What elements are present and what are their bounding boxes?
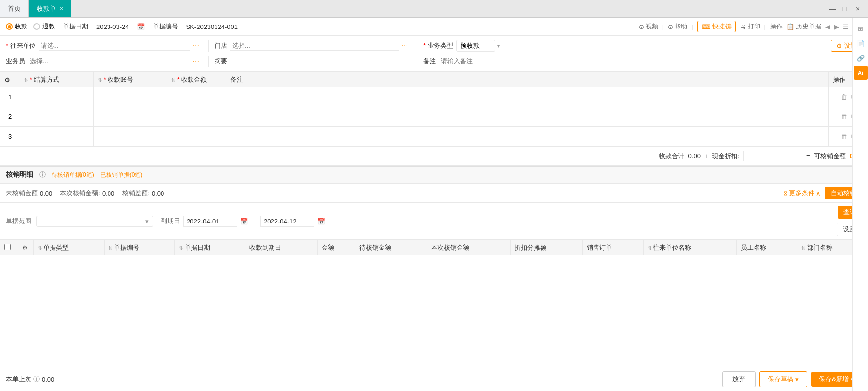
tab-active[interactable]: 收款单 ×	[29, 0, 71, 17]
abandon-button[interactable]: 放弃	[722, 371, 756, 387]
sidebar-table-icon[interactable]: ⊞	[854, 22, 868, 35]
sidebar-ai-icon[interactable]: Ai	[854, 66, 868, 80]
row-remark-1[interactable]	[226, 87, 829, 107]
plus-sign: +	[705, 152, 708, 160]
more-conditions-btn[interactable]: ⧖ 更多条件 ∧	[783, 189, 821, 197]
footer-info-icon[interactable]: ⓘ	[33, 375, 40, 384]
th-current-verify: 本次核销金额	[427, 240, 511, 255]
diff-amount-item: 核销差额: 0.00	[122, 189, 164, 197]
sidebar-doc-icon[interactable]: 📄	[854, 36, 868, 50]
calendar-icon[interactable]: 📅	[137, 23, 145, 30]
table-header-row: ⚙ ⇅ * 结算方式 ⇅ * 收款账号 ⇅ * 收款	[0, 72, 868, 87]
tab-home-label: 首页	[8, 4, 21, 13]
summary-label: 摘要	[215, 57, 230, 66]
row-amount-2[interactable]	[167, 107, 226, 127]
save-draft-chevron-icon: ▾	[795, 376, 799, 383]
th-settings2[interactable]: ⚙	[18, 240, 34, 255]
separator2	[417, 40, 417, 52]
store-input[interactable]	[230, 41, 399, 51]
divider2: |	[691, 23, 693, 30]
th-pending: 待核销金额	[355, 240, 427, 255]
next-nav-icon[interactable]: ▶	[834, 23, 839, 30]
form-area: * 往来单位 ··· 门店 ··· * 业务类型 预收款	[0, 36, 868, 72]
counterparty-input[interactable]	[39, 41, 190, 51]
maximize-button[interactable]: □	[841, 4, 849, 13]
row-settlement-2[interactable]	[20, 107, 94, 127]
chevron-down-icon[interactable]: ▾	[497, 43, 500, 49]
th-remark: 备注	[226, 72, 829, 87]
operate-button[interactable]: 操作	[770, 22, 783, 31]
summary-input[interactable]	[230, 56, 411, 66]
table-settings-th[interactable]: ⚙	[0, 72, 20, 87]
tab-close-icon[interactable]: ×	[60, 5, 63, 12]
table-row: 2 🗑 ⧉	[0, 107, 868, 127]
done-tab-link[interactable]: 已核销单据(0笔)	[100, 171, 143, 179]
counterparty-label: * 往来单位	[6, 41, 39, 50]
date-from-input[interactable]	[183, 216, 237, 227]
radio-receive[interactable]: 收款	[6, 22, 27, 31]
due-date-label: 到期日	[161, 217, 180, 225]
sidebar-link-icon[interactable]: 🔗	[854, 51, 868, 65]
counterparty-more-icon[interactable]: ···	[190, 41, 202, 50]
discount-input[interactable]	[743, 151, 802, 161]
section-title: 核销明细	[6, 170, 33, 179]
delete-icon-3[interactable]: 🗑	[841, 133, 847, 140]
row-remark-3[interactable]	[226, 127, 829, 146]
divider3: |	[764, 23, 766, 30]
row-amount-1[interactable]	[167, 87, 226, 107]
delete-icon-1[interactable]: 🗑	[841, 93, 847, 101]
date-range-field: 到期日 📅 — 📅	[161, 216, 325, 227]
row-settlement-3[interactable]	[20, 127, 94, 146]
help-button[interactable]: ⊙ 帮助	[668, 22, 687, 31]
window-controls: — □ ×	[828, 4, 868, 13]
list-view-icon[interactable]: ☰	[843, 23, 849, 30]
form-row-1: * 往来单位 ··· 门店 ··· * 业务类型 预收款	[6, 40, 862, 52]
range-chevron-icon[interactable]: ▾	[145, 218, 149, 225]
row-account-3[interactable]	[94, 127, 167, 146]
th-sales-order: 销售订单	[583, 240, 643, 255]
minimize-button[interactable]: —	[828, 4, 837, 13]
history-button[interactable]: 📋 历史单据	[787, 22, 821, 31]
save-draft-button[interactable]: 保存草稿 ▾	[760, 371, 807, 387]
discount-label: 现金折扣:	[712, 152, 739, 161]
store-more-icon[interactable]: ···	[399, 41, 411, 50]
radio-receive-dot	[6, 23, 13, 30]
row-remark-2[interactable]	[226, 107, 829, 127]
row-index-3: 3	[0, 127, 20, 146]
receipt-table-container: ⚙ ⇅ * 结算方式 ⇅ * 收款账号 ⇅ * 收款	[0, 72, 868, 147]
cal-to-icon[interactable]: 📅	[317, 218, 325, 225]
verification-header: 核销明细 ⓘ 待核销单据(0笔) 已核销单据(0笔)	[0, 167, 868, 184]
salesperson-input[interactable]	[28, 56, 190, 66]
date-to-input[interactable]	[260, 216, 314, 227]
row-settlement-1[interactable]	[20, 87, 94, 107]
row-account-2[interactable]	[94, 107, 167, 127]
remark-input[interactable]	[439, 56, 862, 66]
print-icon: 🖨	[740, 23, 746, 30]
salesperson-more-icon[interactable]: ···	[190, 57, 202, 66]
th-amount: 金额	[317, 240, 355, 255]
print-button[interactable]: 🖨 打印	[740, 22, 760, 31]
radio-refund-dot	[33, 23, 40, 30]
footer: 本单上次 ⓘ 0.00 放弃 保存草稿 ▾ 保存&新增 ▾	[0, 367, 868, 391]
table-row: 3 🗑 ⧉	[0, 127, 868, 146]
no-value: SK-20230324-001	[186, 23, 238, 30]
select-all-checkbox[interactable]	[4, 244, 11, 250]
radio-receive-label: 收款	[15, 22, 27, 31]
tab-home[interactable]: 首页	[0, 0, 29, 17]
help-icon: ⊙	[668, 23, 673, 30]
radio-refund[interactable]: 退款	[33, 22, 55, 31]
video-button[interactable]: ⊙ 视频	[639, 22, 658, 31]
row-amount-3[interactable]	[167, 127, 226, 146]
close-button[interactable]: ×	[853, 4, 862, 13]
row-account-1[interactable]	[94, 87, 167, 107]
pending-tab-link[interactable]: 待核销单据(0笔)	[52, 171, 94, 179]
prev-nav-icon[interactable]: ◀	[825, 23, 830, 30]
table-body: 1 🗑 ⧉ 2	[0, 87, 868, 146]
radio-group: 收款 退款	[6, 22, 55, 31]
th-doc-type: ⇅ 单据类型	[34, 240, 105, 255]
business-type-dropdown[interactable]: 预收款	[456, 40, 495, 52]
verification-info-icon[interactable]: ⓘ	[39, 170, 46, 179]
delete-icon-2[interactable]: 🗑	[841, 113, 847, 120]
shortcut-button[interactable]: ⌨ 快捷键	[697, 21, 736, 32]
cal-from-icon[interactable]: 📅	[240, 218, 248, 225]
